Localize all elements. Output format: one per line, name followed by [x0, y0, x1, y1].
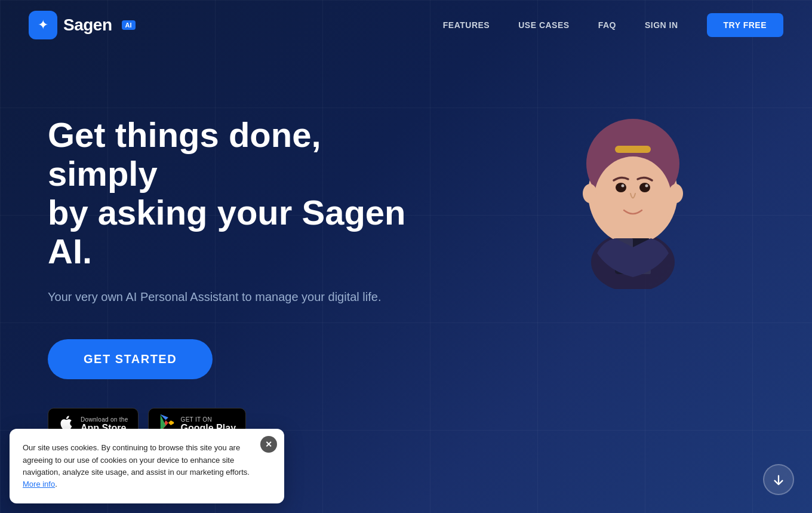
- hero-title-line1: Get things done, simply: [48, 115, 321, 193]
- hero-title: Get things done, simply by asking your S…: [48, 116, 418, 271]
- hero-title-line2: by asking your Sagen AI.: [48, 193, 406, 271]
- logo-text: Sagen: [63, 16, 112, 35]
- hero-content: Get things done, simply by asking your S…: [48, 98, 418, 442]
- svg-point-12: [669, 184, 683, 203]
- svg-point-10: [645, 185, 648, 188]
- download-icon: [772, 473, 785, 486]
- nav-link-sign-in[interactable]: SIGN IN: [645, 20, 678, 30]
- nav-links: FEATURES USE CASES FAQ SIGN IN TRY FREE: [443, 13, 783, 37]
- logo-icon: ✦: [29, 11, 57, 39]
- scroll-down-button[interactable]: [763, 464, 794, 495]
- cookie-more-info-link[interactable]: More info: [23, 480, 55, 489]
- svg-point-11: [583, 184, 597, 203]
- navbar: ✦ Sagen AI FEATURES USE CASES FAQ SIGN I…: [0, 0, 812, 50]
- svg-rect-5: [615, 146, 651, 153]
- nav-link-faq[interactable]: FAQ: [598, 20, 616, 30]
- cookie-message: Our site uses cookies. By continuing to …: [23, 443, 250, 476]
- cookie-period: .: [55, 480, 57, 489]
- cookie-text: Our site uses cookies. By continuing to …: [23, 442, 256, 490]
- nav-link-features[interactable]: FEATURES: [443, 20, 490, 30]
- try-free-button[interactable]: TRY FREE: [707, 13, 783, 37]
- nav-link-use-cases[interactable]: USE CASES: [518, 20, 569, 30]
- logo-badge: AI: [122, 20, 136, 30]
- avatar-illustration: [549, 86, 716, 289]
- svg-point-9: [622, 185, 625, 188]
- cookie-banner: Our site uses cookies. By continuing to …: [10, 429, 284, 503]
- svg-point-6: [594, 156, 672, 242]
- google-play-label: GET IT ON: [181, 416, 236, 423]
- get-started-button[interactable]: GET STARTED: [48, 339, 213, 379]
- svg-point-8: [639, 183, 650, 192]
- hero-section: Get things done, simply by asking your S…: [0, 50, 812, 442]
- hero-subtitle: Your very own AI Personal Assistant to m…: [48, 288, 418, 306]
- hero-avatar: [549, 86, 716, 277]
- svg-point-7: [616, 183, 626, 192]
- cookie-close-button[interactable]: ✕: [260, 436, 277, 453]
- logo[interactable]: ✦ Sagen AI: [29, 11, 136, 39]
- app-store-label: Download on the: [81, 416, 128, 423]
